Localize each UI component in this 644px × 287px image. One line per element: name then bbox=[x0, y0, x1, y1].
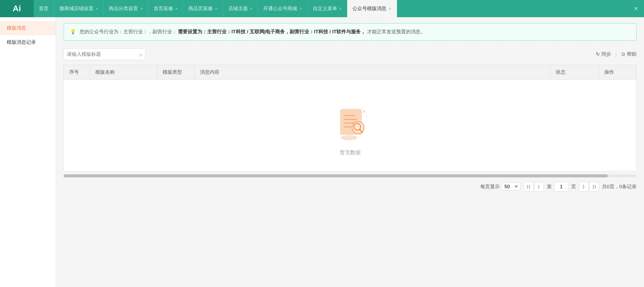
close-icon[interactable]: × bbox=[140, 6, 142, 11]
tab-shop-theme[interactable]: 店铺主题 × bbox=[223, 0, 258, 17]
tab-home[interactable]: 首页 bbox=[34, 0, 54, 17]
pagination-bar: 每页显示 10 20 50 100 ⟨⟨ ⟨ 第 页 ⟩ ⟩⟩ bbox=[64, 182, 637, 192]
empty-icon bbox=[330, 102, 371, 143]
divider: | bbox=[616, 51, 617, 57]
empty-text: 暂无数据 bbox=[64, 149, 636, 156]
scroll-thumb[interactable] bbox=[64, 174, 608, 177]
next-page-button[interactable]: ⟩ bbox=[579, 182, 589, 192]
sidebar-item-template-message[interactable]: 模版消息 bbox=[0, 21, 56, 35]
total-info: 共0页，0条记录 bbox=[602, 183, 637, 190]
search-input[interactable] bbox=[67, 51, 139, 57]
svg-point-9 bbox=[366, 116, 367, 117]
logo: Ai bbox=[0, 0, 34, 17]
page-nav-next: ⟩ ⟩⟩ bbox=[579, 182, 599, 192]
page-size-label: 每页显示 bbox=[480, 183, 500, 190]
help-button[interactable]: ⊙ 帮助 bbox=[621, 51, 637, 58]
main-layout: 模版消息 模版消息记录 💡 您的公众号行业为：主营行业：，副营行业： 需要设置为… bbox=[0, 17, 644, 287]
nav-tabs: 首页 微商城店铺设置 × 商品分类设置 × 首页装修 × 商品页装修 × 店铺主… bbox=[34, 0, 628, 17]
col-index: 序号 bbox=[64, 65, 90, 79]
notice-highlight: 需要设置为：主营行业：IT科技 / 互联网|电子商务，副营行业：IT科技 / I… bbox=[178, 29, 366, 34]
data-table: 序号 模版名称 模版类型 消息内容 状态 操作 bbox=[64, 65, 637, 171]
col-content: 消息内容 bbox=[195, 65, 551, 79]
help-icon: ⊙ bbox=[621, 51, 625, 57]
close-icon[interactable]: × bbox=[175, 6, 178, 11]
col-status: 状态 bbox=[551, 65, 599, 79]
tab-homepage-decor[interactable]: 首页装修 × bbox=[148, 0, 183, 17]
notice-suffix: 才能正常发送预置的消息。 bbox=[367, 29, 425, 34]
sync-icon: ↻ bbox=[596, 51, 600, 57]
page-suffix-label: 页 bbox=[571, 183, 576, 190]
prev-page-button[interactable]: ⟨ bbox=[534, 182, 544, 192]
svg-point-0 bbox=[341, 135, 357, 140]
page-input-wrap: 第 页 bbox=[547, 182, 576, 192]
notice-prefix: 您的公众号行业为：主营行业：，副营行业： bbox=[80, 29, 177, 34]
tab-shop-settings[interactable]: 微商城店铺设置 × bbox=[54, 0, 104, 17]
svg-point-10 bbox=[362, 108, 363, 110]
search-input-wrap[interactable]: ⌕ bbox=[64, 48, 146, 60]
search-icon[interactable]: ⌕ bbox=[139, 51, 142, 57]
tab-category-settings[interactable]: 商品分类设置 × bbox=[104, 0, 148, 17]
page-size-dropdown[interactable]: 10 20 50 100 bbox=[501, 183, 521, 190]
toolbar-right: ↻ 同步 | ⊙ 帮助 bbox=[596, 51, 637, 58]
search-bar: ⌕ ↻ 同步 | ⊙ 帮助 bbox=[64, 48, 637, 60]
page-prefix-label: 第 bbox=[547, 183, 552, 190]
global-close-button[interactable]: × bbox=[628, 0, 644, 17]
close-icon[interactable]: × bbox=[96, 6, 98, 11]
page-size-select: 每页显示 10 20 50 100 bbox=[480, 183, 521, 190]
last-page-button[interactable]: ⟩⟩ bbox=[589, 182, 599, 192]
close-icon[interactable]: × bbox=[250, 6, 252, 11]
sidebar-item-template-record[interactable]: 模版消息记录 bbox=[0, 35, 56, 49]
empty-state: 暂无数据 bbox=[64, 80, 636, 171]
notice-icon: 💡 bbox=[70, 29, 76, 34]
tab-open-mall[interactable]: 开通公众号商城 × bbox=[258, 0, 307, 17]
close-icon[interactable]: × bbox=[299, 6, 302, 11]
first-page-button[interactable]: ⟨⟨ bbox=[524, 182, 533, 192]
close-icon[interactable]: × bbox=[339, 6, 342, 11]
top-nav: Ai 首页 微商城店铺设置 × 商品分类设置 × 首页装修 × 商品页装修 × … bbox=[0, 0, 644, 17]
col-name: 模版名称 bbox=[90, 65, 157, 79]
col-type: 模版类型 bbox=[157, 65, 195, 79]
content-area: 💡 您的公众号行业为：主营行业：，副营行业： 需要设置为：主营行业：IT科技 /… bbox=[56, 17, 644, 287]
close-icon[interactable]: × bbox=[389, 6, 391, 11]
notice-box: 💡 您的公众号行业为：主营行业：，副营行业： 需要设置为：主营行业：IT科技 /… bbox=[64, 23, 637, 41]
page-nav: ⟨⟨ ⟨ bbox=[524, 182, 544, 192]
horizontal-scrollbar[interactable] bbox=[64, 174, 637, 177]
tab-product-decor[interactable]: 商品页装修 × bbox=[183, 0, 223, 17]
tab-template-msg[interactable]: 公众号模版消息 × bbox=[347, 0, 397, 17]
col-actions: 操作 bbox=[599, 65, 637, 79]
sync-button[interactable]: ↻ 同步 bbox=[596, 51, 611, 58]
svg-point-8 bbox=[363, 110, 365, 113]
page-number-input[interactable] bbox=[554, 182, 569, 192]
close-icon[interactable]: × bbox=[215, 6, 217, 11]
tab-custom-menu[interactable]: 自定义菜单 × bbox=[308, 0, 347, 17]
sidebar: 模版消息 模版消息记录 bbox=[0, 17, 56, 287]
